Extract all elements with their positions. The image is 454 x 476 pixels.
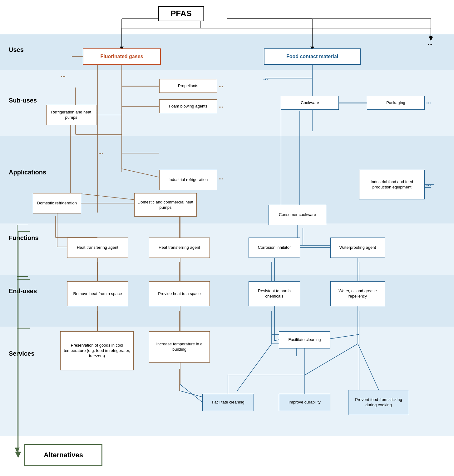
provide-heat-label: Provide heat to a space xyxy=(158,291,201,297)
packaging-label: Packaging xyxy=(386,100,405,106)
resistant-harsh-label: Resistant to harsh chemicals xyxy=(251,288,297,299)
facilitate-cleaning-1-box: Facilitate cleaning xyxy=(279,331,330,348)
facilitate-cleaning-1-label: Facilitate cleaning xyxy=(288,337,321,343)
alternatives-box: Alternatives xyxy=(24,444,102,466)
ellipsis-top-right: ... xyxy=(428,40,432,47)
ellipsis-ind-ref: ... xyxy=(219,174,223,181)
waterproofing-agent-label: Waterproofing agent xyxy=(339,245,376,250)
pfas-label: PFAS xyxy=(170,8,192,19)
remove-heat-label: Remove heat from a space xyxy=(73,291,122,297)
facilitate-cleaning-2-label: Facilitate cleaning xyxy=(212,400,244,405)
packaging-box: Packaging xyxy=(367,96,425,110)
heat-transferring-agent-2-label: Heat transferring agent xyxy=(159,245,200,250)
ellipsis-ind-food: ... xyxy=(426,181,431,187)
improve-durability-box: Improve durability xyxy=(279,394,330,411)
water-oil-grease-label: Water, oil and grease repellency xyxy=(333,288,382,299)
industrial-food-box: Industrial food and feed production equi… xyxy=(359,170,425,199)
water-oil-grease-box: Water, oil and grease repellency xyxy=(330,281,385,306)
industrial-food-label: Industrial food and feed production equi… xyxy=(362,179,422,190)
applications-label: Applications xyxy=(9,169,46,176)
domestic-refrigeration-label: Domestic refrigeration xyxy=(37,201,77,206)
consumer-cookware-box: Consumer cookware xyxy=(269,205,326,225)
fluorinated-gases-label: Fluorinated gases xyxy=(101,53,143,60)
domestic-refrigeration-box: Domestic refrigeration xyxy=(33,193,81,213)
increase-temp-box: Increase temperature in a building xyxy=(149,331,210,363)
increase-temp-label: Increase temperature in a building xyxy=(152,342,207,352)
domestic-commercial-heat-pumps-box: Domestic and commercial heat pumps xyxy=(134,193,197,217)
resistant-harsh-box: Resistant to harsh chemicals xyxy=(249,281,300,306)
consumer-cookware-label: Consumer cookware xyxy=(279,212,316,218)
uses-label: Uses xyxy=(9,46,24,53)
pfas-title-box: PFAS xyxy=(158,6,204,21)
cookware-label: Cookware xyxy=(301,100,319,106)
services-label: Services xyxy=(9,350,34,357)
ellipsis-fcm-sub: ... xyxy=(263,75,268,82)
prevent-food-label: Prevent food from sticking during cookin… xyxy=(351,397,406,408)
ellipsis-propellants: ... xyxy=(219,82,223,89)
refrigeration-heat-pumps-label: Refrigeration and heat pumps xyxy=(49,110,93,120)
functions-label: Functions xyxy=(9,234,39,242)
provide-heat-box: Provide heat to a space xyxy=(149,281,210,306)
food-contact-material-label: Food contact material xyxy=(286,53,338,60)
heat-transferring-agent-1-box: Heat transferring agent xyxy=(67,238,128,258)
corrosion-inhibitor-label: Corrosion inhibitor xyxy=(258,245,291,250)
domestic-commercial-heat-pumps-label: Domestic and commercial heat pumps xyxy=(137,200,194,210)
heat-transferring-agent-1-label: Heat transferring agent xyxy=(77,245,118,250)
uses-band xyxy=(0,34,454,70)
food-contact-material-box: Food contact material xyxy=(264,48,361,65)
propellants-box: Propellants xyxy=(159,79,217,93)
foam-blowing-label: Foam blowing agents xyxy=(169,104,208,109)
remove-heat-box: Remove heat from a space xyxy=(67,281,128,306)
heat-transferring-agent-2-box: Heat transferring agent xyxy=(149,238,210,258)
fluorinated-gases-box: Fluorinated gases xyxy=(83,48,161,65)
alternatives-label: Alternatives xyxy=(44,451,83,460)
refrigeration-heat-pumps-box: Refrigeration and heat pumps xyxy=(46,105,96,125)
enduses-label: End-uses xyxy=(9,288,37,295)
ellipsis-apps-brown: ... xyxy=(98,149,103,156)
cookware-box: Cookware xyxy=(281,96,339,110)
industrial-refrigeration-box: Industrial refrigeration xyxy=(159,170,217,190)
waterproofing-agent-box: Waterproofing agent xyxy=(330,238,385,258)
preservation-label: Preservation of goods in cool temperatur… xyxy=(63,343,131,359)
foam-blowing-box: Foam blowing agents xyxy=(159,99,217,113)
propellants-label: Propellants xyxy=(178,83,198,89)
diagram-wrapper: PFAS Uses Fluorinated gases Food contact… xyxy=(0,0,454,476)
prevent-food-box: Prevent food from sticking during cookin… xyxy=(348,390,409,415)
subuses-label: Sub-uses xyxy=(9,97,37,104)
ellipsis-fg-left: ... xyxy=(61,72,66,78)
improve-durability-label: Improve durability xyxy=(289,400,321,405)
corrosion-inhibitor-box: Corrosion inhibitor xyxy=(249,238,300,258)
facilitate-cleaning-2-box: Facilitate cleaning xyxy=(202,394,254,411)
preservation-box: Preservation of goods in cool temperatur… xyxy=(60,331,134,370)
industrial-refrigeration-label: Industrial refrigeration xyxy=(169,177,208,183)
ellipsis-packaging: ... xyxy=(426,98,431,105)
ellipsis-foam: ... xyxy=(219,103,223,109)
